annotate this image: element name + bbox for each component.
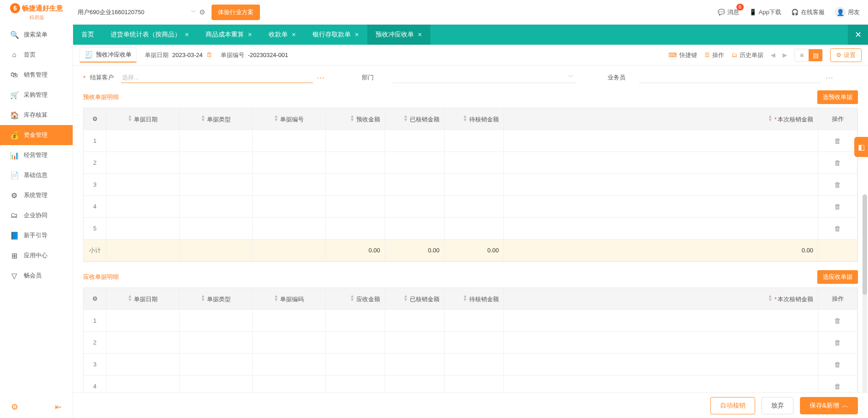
receivable-section-title: 应收单据明细: [83, 273, 119, 281]
app-download-link[interactable]: 📱 App下载: [749, 8, 781, 16]
sidebar-item-6[interactable]: 📊经营管理: [0, 145, 73, 165]
company-select[interactable]: 用户690企业1660120750: [78, 8, 187, 16]
view-card-icon[interactable]: ▤: [809, 49, 822, 61]
doc-tab[interactable]: 🧾 预收冲应收单: [79, 47, 137, 63]
sidebar-item-11[interactable]: ⊞应用中心: [0, 246, 73, 266]
calendar-icon[interactable]: 🗓: [206, 52, 212, 58]
subtotal-row: 小计0.000.000.000.00: [84, 240, 857, 261]
tab-2[interactable]: 商品成本重算✕: [197, 25, 260, 45]
settings-button[interactable]: ⚙设置: [830, 48, 862, 62]
prev-icon[interactable]: ◀: [771, 52, 775, 58]
nav-label: 搜索菜单: [24, 31, 48, 39]
discard-button[interactable]: 放弃: [762, 397, 794, 414]
delete-icon[interactable]: 🗑: [834, 382, 841, 390]
tab-label: 首页: [81, 31, 94, 39]
nav-label: 系统管理: [24, 191, 48, 199]
messages-link[interactable]: 💬 消息 6: [718, 8, 739, 16]
customer-input[interactable]: [121, 72, 313, 83]
table-row[interactable]: 4🗑: [84, 196, 857, 218]
dept-label: 部门: [362, 73, 389, 82]
side-rail-icon[interactable]: ◧: [854, 137, 868, 157]
close-icon[interactable]: ✕: [291, 31, 296, 38]
table-row[interactable]: 1🗑: [84, 310, 857, 332]
online-cs-link[interactable]: 🎧 在线客服: [791, 8, 825, 16]
sidebar-item-10[interactable]: 📘新手引导: [0, 225, 73, 246]
save-new-button[interactable]: 保存&新增︿: [800, 397, 858, 414]
tab-1[interactable]: 进货单统计表（按商品）✕: [102, 25, 197, 45]
delete-icon[interactable]: 🗑: [834, 159, 841, 167]
salesman-picker-icon[interactable]: ⋯: [825, 73, 834, 83]
nav-icon: 📄: [10, 171, 18, 180]
auto-match-button[interactable]: 自动核销: [710, 397, 755, 414]
history-link[interactable]: 🗂历史单据: [731, 51, 763, 59]
sidebar-item-9[interactable]: 🗂企业协同: [0, 205, 73, 225]
sidebar-item-7[interactable]: 📄基础信息: [0, 165, 73, 185]
close-icon[interactable]: ✕: [355, 31, 359, 38]
table-row[interactable]: 5🗑: [84, 218, 857, 240]
tab-label: 收款单: [269, 31, 288, 39]
chevron-down-icon[interactable]: ﹀: [191, 8, 196, 16]
operate-link[interactable]: ☰操作: [704, 51, 724, 59]
phone-icon: 📱: [749, 9, 757, 16]
delete-icon[interactable]: 🗑: [834, 317, 841, 324]
select-receivable-button[interactable]: 选应收单据: [817, 270, 858, 284]
messages-badge: 6: [736, 4, 744, 10]
table-row[interactable]: 4🗑: [84, 376, 857, 392]
sidebar-item-0[interactable]: 🔍搜索菜单: [0, 25, 73, 45]
table-row[interactable]: 1🗑: [84, 130, 857, 152]
sidebar: 🔍搜索菜单⌂首页🛍销售管理🛒采购管理🏠库存核算💰资金管理📊经营管理📄基础信息⚙系…: [0, 25, 73, 418]
user-name: 用友: [848, 8, 860, 16]
collapse-icon[interactable]: ⇤: [55, 402, 62, 412]
delete-icon[interactable]: 🗑: [834, 339, 841, 346]
table-row[interactable]: 3🗑: [84, 174, 857, 196]
nav-icon: 📘: [10, 231, 18, 240]
nav-icon: 🛍: [10, 71, 18, 79]
select-prepay-button[interactable]: 选预收单据: [817, 90, 858, 104]
company-settings-icon[interactable]: ⚙: [199, 8, 205, 16]
doc-date-value[interactable]: 2023-03-24: [172, 52, 203, 58]
dept-select[interactable]: [393, 72, 576, 83]
tab-label: 预收冲应收单: [376, 31, 414, 39]
close-all-tabs[interactable]: ✕: [848, 25, 868, 45]
col-settings-icon[interactable]: ⚙: [84, 108, 106, 130]
operate-label: 操作: [712, 51, 724, 59]
close-icon[interactable]: ✕: [248, 31, 252, 38]
chevron-down-icon[interactable]: ﹀: [568, 73, 574, 81]
view-list-icon[interactable]: ≡: [795, 49, 809, 61]
close-icon[interactable]: ✕: [418, 31, 422, 38]
close-icon[interactable]: ✕: [185, 31, 189, 38]
sidebar-item-8[interactable]: ⚙系统管理: [0, 185, 73, 205]
tab-5[interactable]: 预收冲应收单✕: [367, 25, 430, 45]
nav-label: 应用中心: [24, 251, 48, 260]
settings-gear-icon[interactable]: ⚙: [11, 402, 18, 412]
sidebar-item-1[interactable]: ⌂首页: [0, 45, 73, 65]
sidebar-item-3[interactable]: 🛒采购管理: [0, 85, 73, 105]
col-settings-icon[interactable]: ⚙: [84, 288, 106, 310]
delete-icon[interactable]: 🗑: [834, 361, 841, 368]
sidebar-item-4[interactable]: 🏠库存核算: [0, 105, 73, 125]
delete-icon[interactable]: 🗑: [834, 203, 841, 210]
sidebar-item-5[interactable]: 💰资金管理: [0, 125, 73, 145]
user-menu[interactable]: 👤 用友: [835, 7, 860, 18]
tab-4[interactable]: 银行存取款单✕: [304, 25, 367, 45]
brand-sub: 精易版: [29, 14, 44, 21]
experience-button[interactable]: 体验行业方案: [212, 5, 260, 20]
scrollbar[interactable]: [863, 194, 867, 392]
customer-picker-icon[interactable]: ⋯: [317, 73, 325, 83]
table-row[interactable]: 2🗑: [84, 332, 857, 354]
nav-icon: 📊: [10, 151, 18, 160]
salesman-input[interactable]: [639, 72, 821, 83]
delete-icon[interactable]: 🗑: [834, 181, 841, 188]
next-icon[interactable]: ▶: [783, 52, 787, 58]
brand-logo: 6 畅捷通好生意 精易版: [0, 0, 73, 25]
delete-icon[interactable]: 🗑: [834, 225, 841, 232]
sidebar-item-12[interactable]: ▽畅会员: [0, 266, 73, 286]
sidebar-item-2[interactable]: 🛍销售管理: [0, 65, 73, 85]
nav-icon: 🏠: [10, 111, 18, 120]
table-row[interactable]: 2🗑: [84, 152, 857, 174]
tab-0[interactable]: 首页: [73, 25, 102, 45]
delete-icon[interactable]: 🗑: [834, 137, 841, 145]
table-row[interactable]: 3🗑: [84, 354, 857, 376]
shortcut-link[interactable]: ⌨快捷键: [668, 51, 697, 59]
tab-3[interactable]: 收款单✕: [260, 25, 304, 45]
